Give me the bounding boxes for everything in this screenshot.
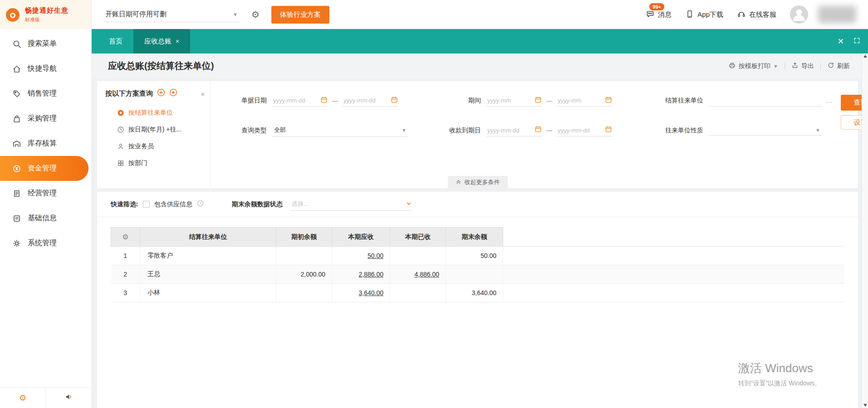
sidebar-announcement-button[interactable] <box>46 388 91 408</box>
settle-unit-picker-button[interactable]: ... <box>826 97 833 104</box>
vertical-scrollbar[interactable] <box>862 53 868 408</box>
sidebar-item-basic-info[interactable]: 基础信息 <box>0 206 91 231</box>
table-row[interactable]: 2 王总 2,000.00 2,886.00 4,886.00 <box>111 265 845 284</box>
online-support-button[interactable]: 在线客服 <box>737 10 776 20</box>
sidebar-item-business[interactable]: 经营管理 <box>0 181 91 206</box>
settle-unit-input[interactable] <box>709 95 822 107</box>
gear-icon: ⚙ <box>122 233 128 241</box>
sidebar-item-funds[interactable]: 资金管理 <box>0 156 88 181</box>
calendar-icon[interactable] <box>605 96 612 105</box>
add-scheme-icon[interactable] <box>157 88 165 98</box>
include-supplier-label: 包含供应信息 <box>154 200 192 209</box>
period-start-input[interactable] <box>486 95 534 106</box>
unit-nature-select[interactable]: ▼ <box>709 125 822 136</box>
due-date-start-input[interactable] <box>486 125 534 136</box>
app-download-label: App下载 <box>697 10 723 19</box>
sidebar-item-purchase[interactable]: 采购管理 <box>0 106 91 131</box>
calendar-icon[interactable] <box>605 126 612 135</box>
scroll-up-arrow[interactable] <box>863 55 867 58</box>
app-download-button[interactable]: App下载 <box>685 10 723 20</box>
export-button[interactable]: 导出 <box>791 62 814 70</box>
balance-status-label: 期末余额数据状态 <box>232 200 283 209</box>
messages-label: 消息 <box>658 10 672 19</box>
cell-receivable-link[interactable]: 2,886.00 <box>359 271 384 278</box>
scroll-down-arrow[interactable] <box>863 404 867 407</box>
fullscreen-icon[interactable] <box>853 37 861 46</box>
quick-filter-label: 快速筛选: <box>111 200 138 209</box>
scheme-by-settlement-unit[interactable]: 按结算往来单位 <box>105 104 210 121</box>
sidebar-item-search-menu[interactable]: 搜索菜单 <box>0 31 91 56</box>
due-date-label: 收款到期日 <box>443 126 481 135</box>
cell-unit: 小林 <box>140 284 276 302</box>
export-label: 导出 <box>801 62 814 70</box>
print-by-template-button[interactable]: 按模板打印 ▼ <box>728 62 778 71</box>
windows-activation-watermark: 激活 Windows 转到“设置”以激活 Windows。 <box>738 360 821 388</box>
query-type-value: 全部 <box>274 126 286 134</box>
due-date-end-input[interactable] <box>557 125 604 136</box>
period-end-input[interactable] <box>557 95 604 106</box>
collapse-more-label: 收起更多条件 <box>465 178 500 186</box>
sidebar-menu: 搜索菜单 快捷导航 销售管理 采购管理 库存核算 资金管理 <box>0 29 91 387</box>
messages-button[interactable]: 99+ 消息 <box>646 10 672 20</box>
tab-home[interactable]: 首页 <box>98 29 133 53</box>
scheme-target-icon[interactable] <box>169 88 177 98</box>
table-row[interactable]: 3 小林 3,640.00 3,640.00 <box>111 284 845 302</box>
row-index: 1 <box>111 247 140 265</box>
shopping-bag-icon <box>12 114 21 123</box>
scheme-label: 按结算往来单位 <box>128 109 173 117</box>
trial-solution-button[interactable]: 体验行业方案 <box>271 6 329 24</box>
close-all-tabs-icon[interactable]: ✕ <box>838 37 844 46</box>
help-icon[interactable]: ? <box>197 200 204 209</box>
calendar-icon[interactable] <box>535 126 542 135</box>
scheme-by-department[interactable]: 按部门 <box>105 155 210 171</box>
col-filler <box>503 228 845 247</box>
account-set-select[interactable]: 开账日期可停用可删 ▼ <box>103 7 240 22</box>
scheme-by-salesperson[interactable]: 按业务员 <box>105 138 210 155</box>
scheme-by-date[interactable]: 按日期(年月) +往... <box>105 121 210 138</box>
cell-opening: 2,000.00 <box>276 265 332 284</box>
brand-edition: 标准版 <box>25 16 69 23</box>
chevron-down-icon <box>406 201 412 208</box>
calendar-icon[interactable] <box>320 96 328 105</box>
cell-opening <box>276 284 332 302</box>
sidebar-item-system[interactable]: 系统管理 <box>0 231 91 256</box>
cell-receivable-link[interactable]: 50.00 <box>368 252 383 259</box>
sidebar-item-label: 快捷导航 <box>28 64 57 73</box>
tab-receivable-ledger[interactable]: 应收总账 × <box>133 29 190 53</box>
refresh-icon <box>827 62 834 70</box>
chevron-down-icon: ▼ <box>233 12 238 17</box>
avatar[interactable] <box>790 5 808 24</box>
query-type-select[interactable]: 全部 ▼ <box>272 124 408 137</box>
calendar-icon[interactable] <box>391 96 398 105</box>
column-settings-button[interactable]: ⚙ <box>111 228 140 247</box>
quick-filter-row: 快速筛选: 包含供应信息 ? 期末余额数据状态 选择... <box>97 192 858 217</box>
sidebar-item-inventory[interactable]: 库存核算 <box>0 131 91 156</box>
collapse-panel-icon[interactable]: « <box>201 90 205 97</box>
username-redacted <box>818 6 856 23</box>
tab-close-icon[interactable]: × <box>176 38 179 45</box>
refresh-button[interactable]: 刷新 <box>827 62 850 70</box>
table-row[interactable]: 1 零散客户 50.00 50.00 <box>111 247 845 265</box>
chat-bubble-icon <box>646 10 655 20</box>
brand-logo-icon <box>5 6 21 23</box>
balance-status-select[interactable]: 选择... <box>290 198 413 211</box>
cell-unit: 零散客户 <box>140 247 276 265</box>
doc-date-end-input[interactable] <box>343 95 390 106</box>
col-opening-balance: 期初余额 <box>276 228 332 247</box>
clock-icon <box>117 126 124 133</box>
collapse-more-conditions[interactable]: 收起更多条件 <box>448 176 508 188</box>
cell-receivable-link[interactable]: 3,640.00 <box>359 289 384 296</box>
calendar-icon[interactable] <box>535 96 542 105</box>
doc-date-start-input[interactable] <box>272 95 319 106</box>
settings-gear-icon[interactable]: ⚙ <box>251 10 260 19</box>
sidebar-settings-button[interactable]: ⚙ <box>0 388 46 408</box>
settle-unit-label: 结算往来单位 <box>660 97 703 105</box>
col-settlement-unit: 结算往来单位 <box>140 228 276 247</box>
radio-selected-icon <box>117 109 124 117</box>
cell-received-link[interactable]: 4,886.00 <box>415 271 440 278</box>
unit-nature-label: 往来单位性质 <box>660 126 703 135</box>
chevron-down-icon: ▼ <box>815 127 820 133</box>
sidebar-item-quick-nav[interactable]: 快捷导航 <box>0 56 91 81</box>
include-supplier-checkbox[interactable] <box>143 201 150 208</box>
sidebar-item-sales[interactable]: 销售管理 <box>0 81 91 106</box>
